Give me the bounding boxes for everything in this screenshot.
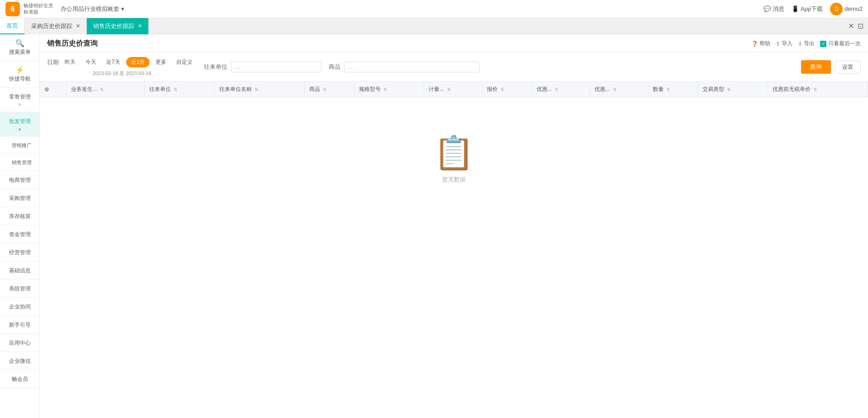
sidebar-item-enterprise-wechat[interactable]: 企业微信: [0, 352, 39, 370]
close-all-tabs-btn[interactable]: ✕: [848, 22, 854, 30]
sidebar-label-ecommerce: 电商管理: [2, 176, 38, 184]
sort-arrows-discount1: ⇅: [555, 87, 558, 92]
sidebar-label-search-menu: 搜索菜单: [2, 48, 38, 56]
empty-illustration: 📋: [434, 133, 474, 172]
sidebar-item-basic-info[interactable]: 基础信息: [0, 261, 39, 280]
sidebar-label-marketing: 营销推广: [5, 142, 38, 149]
close-sales-history-tab[interactable]: ✕: [138, 23, 142, 29]
sidebar-label-operation: 经营管理: [2, 249, 38, 256]
col-discount1[interactable]: 优惠... ⇅: [532, 82, 590, 97]
tab-sales-history[interactable]: 销售历史价跟踪 ✕: [87, 18, 149, 34]
sidebar-label-finance: 资金管理: [2, 231, 38, 238]
sidebar-item-finance[interactable]: 资金管理: [0, 225, 39, 243]
app-download-btn[interactable]: 📱 App下载: [792, 5, 823, 13]
date-btn-more[interactable]: 更多: [151, 57, 170, 67]
data-table: ⚙ 业务发生... ⇅ 往来单位 ⇅ 往来单位名称 ⇅: [40, 82, 868, 97]
sort-arrows-unit: ⇅: [447, 87, 451, 92]
sort-arrows-trade-type: ⇅: [727, 87, 731, 92]
date-btn-yesterday[interactable]: 昨天: [61, 57, 80, 67]
close-purchase-history-tab[interactable]: ✕: [76, 23, 80, 29]
col-biz-date[interactable]: 业务发生... ⇅: [66, 82, 144, 97]
sidebar-item-ecommerce[interactable]: 电商管理: [0, 171, 39, 189]
download-icon: 📱: [792, 5, 799, 12]
account-selector[interactable]: 办公用品行业模拟账套 ▾: [57, 3, 128, 15]
export-btn[interactable]: ⇩ 导出: [798, 40, 815, 48]
date-filter-row: 日期 昨天 今天 近7天 近1月 更多 自定义: [47, 57, 197, 67]
partner-filter-group: 往来单位 ...: [204, 62, 321, 72]
sort-arrows-biz-date: ⇅: [100, 87, 104, 92]
empty-state: 📋 暂无数据: [40, 97, 868, 220]
col-quantity[interactable]: 数量 ⇅: [648, 82, 698, 97]
col-goods-label: 商品: [309, 86, 320, 92]
col-spec[interactable]: 规格型号 ⇅: [354, 82, 424, 97]
account-name: 办公用品行业模拟账套: [61, 5, 119, 13]
query-button[interactable]: 查询: [801, 60, 831, 74]
tab-purchase-history[interactable]: 采购历史价跟踪 ✕: [25, 18, 87, 34]
sidebar-item-search-menu[interactable]: 🔍 搜索菜单: [0, 34, 39, 61]
nav-icon: ⚡: [2, 66, 38, 74]
sidebar-item-sales-mgmt[interactable]: 销售管理: [0, 154, 39, 171]
settings-button[interactable]: 设置: [835, 61, 861, 74]
sidebar-label-basic-info: 基础信息: [2, 267, 38, 275]
col-goods[interactable]: 商品 ⇅: [304, 82, 354, 97]
date-filter-group: 日期 昨天 今天 近7天 近1月 更多 自定义 2023-02-18 至 202…: [47, 57, 197, 77]
col-biz-date-label: 业务发生...: [71, 86, 97, 92]
sidebar-label-sales-mgmt: 销售管理: [5, 159, 38, 166]
sidebar-label-quick-nav: 快捷导航: [2, 75, 38, 83]
sidebar-item-marketing[interactable]: 营销推广: [0, 137, 39, 154]
partner-input[interactable]: ...: [231, 62, 321, 72]
sidebar-item-wholesale-mgmt[interactable]: 批发管理 ▴: [0, 112, 39, 137]
import-btn[interactable]: ⇪ 导入: [776, 40, 793, 48]
partner-placeholder: ...: [235, 64, 240, 70]
sidebar-item-vip[interactable]: 畅会员: [0, 370, 39, 388]
date-btn-today[interactable]: 今天: [81, 57, 100, 67]
help-btn[interactable]: ❓ 帮助: [751, 40, 770, 48]
user-profile[interactable]: D demo2: [830, 3, 863, 15]
sidebar-item-app-center[interactable]: 应用中心: [0, 334, 39, 352]
col-settings[interactable]: ⚙: [40, 82, 66, 97]
sort-arrows-discount2: ⇅: [613, 87, 617, 92]
tabbar: 首页 采购历史价跟踪 ✕ 销售历史价跟踪 ✕ ✕ ⊡: [0, 18, 868, 34]
export-label: 导出: [804, 40, 815, 48]
sidebar-label-retail-mgmt: 零售管理: [2, 93, 38, 101]
page-header-actions: ❓ 帮助 ⇪ 导入 ⇩ 导出 ✓ 只看最后一次: [751, 40, 861, 51]
sidebar-label-wholesale-mgmt: 批发管理: [2, 118, 38, 125]
sidebar-item-retail-mgmt[interactable]: 零售管理 ▾: [0, 88, 39, 112]
goods-input[interactable]: ...: [344, 62, 480, 72]
col-partner-code[interactable]: 往来单位 ⇅: [145, 82, 215, 97]
date-btn-7days[interactable]: 近7天: [102, 57, 124, 67]
sidebar-item-guide[interactable]: 新手引导: [0, 316, 39, 334]
goods-label: 商品: [329, 63, 340, 71]
date-btn-custom[interactable]: 自定义: [172, 57, 197, 67]
import-label: 导入: [782, 40, 793, 48]
col-trade-type[interactable]: 交易类型 ⇅: [698, 82, 768, 97]
col-quote[interactable]: 报价 ⇅: [482, 82, 532, 97]
sidebar-item-quick-nav[interactable]: ⚡ 快捷导航: [0, 61, 39, 88]
sidebar-label-enterprise-wechat: 企业微信: [2, 357, 38, 365]
sidebar-item-enterprise[interactable]: 企业协同: [0, 298, 39, 316]
col-unit[interactable]: 计量... ⇅: [424, 82, 482, 97]
tab-home[interactable]: 首页: [0, 18, 25, 34]
date-range-display: 2023-02-18 至 2023-03-18: [93, 70, 151, 77]
table-container: ⚙ 业务发生... ⇅ 往来单位 ⇅ 往来单位名称 ⇅: [40, 82, 868, 418]
col-partner-name[interactable]: 往来单位名称 ⇅: [214, 82, 304, 97]
main-layout: 🔍 搜索菜单 ⚡ 快捷导航 零售管理 ▾ 批发管理 ▴ 营销推广 销售管理 电商…: [0, 34, 868, 418]
sidebar-item-inventory[interactable]: 库存核算: [0, 207, 39, 225]
sidebar-label-enterprise: 企业协同: [2, 303, 38, 311]
sidebar-item-purchase-mgmt[interactable]: 采购管理: [0, 189, 39, 207]
sidebar-item-operation[interactable]: 经营管理: [0, 243, 39, 261]
only-last-checkbox-label[interactable]: ✓ 只看最后一次: [820, 40, 861, 48]
date-btn-1month[interactable]: 近1月: [126, 57, 150, 67]
help-label: 帮助: [760, 40, 770, 48]
sidebar-item-system-mgmt[interactable]: 系统管理: [0, 280, 39, 298]
maximize-btn[interactable]: ⊡: [858, 22, 863, 30]
col-quote-label: 报价: [487, 86, 498, 92]
settings-icon[interactable]: ⚙: [44, 86, 49, 93]
col-partner-code-label: 往来单位: [149, 86, 171, 92]
table-header: ⚙ 业务发生... ⇅ 往来单位 ⇅ 往来单位名称 ⇅: [40, 82, 868, 97]
import-icon: ⇪: [776, 41, 780, 47]
col-discount2[interactable]: 优惠... ⇅: [590, 82, 648, 97]
col-pretax-price[interactable]: 优惠前无税单价 ⇅: [768, 82, 868, 97]
only-last-checkbox[interactable]: ✓: [820, 41, 826, 47]
message-btn[interactable]: 💬 消息: [764, 5, 784, 13]
